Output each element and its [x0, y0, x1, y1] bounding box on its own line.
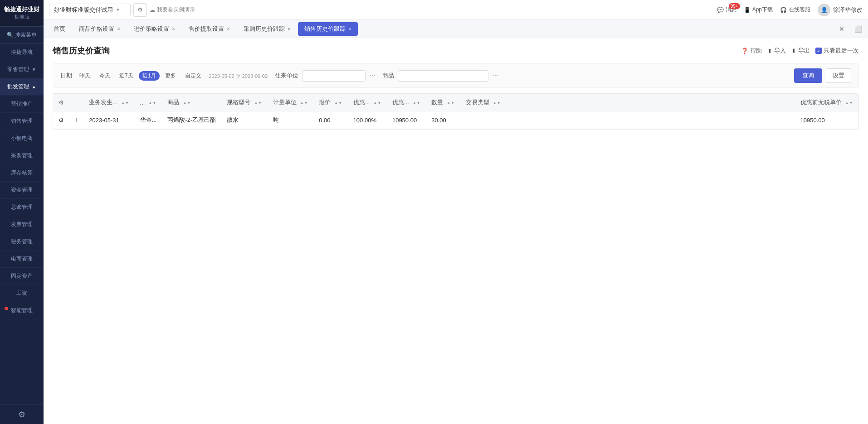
window-close-btn[interactable]: ✕ — [835, 23, 848, 35]
col-tx-type[interactable]: 交易类型 ▲▼ — [460, 94, 506, 111]
col-more[interactable]: ... ▲▼ — [135, 94, 162, 111]
window-controls: ✕ ⬜ — [835, 23, 864, 35]
tab-purchase-strategy-close[interactable]: × — [172, 26, 175, 32]
col-qty[interactable]: 数量 ▲▼ — [426, 94, 460, 111]
col-biz-date[interactable]: 业务发生... ▲▼ — [83, 94, 134, 111]
tab-home[interactable]: 首页 — [47, 22, 72, 36]
tab-product-price-close[interactable]: × — [117, 26, 120, 32]
col-more-label: ... — [140, 99, 145, 106]
headset-icon: 🎧 — [780, 7, 787, 13]
import-btn[interactable]: ⬆ 导入 — [767, 47, 786, 55]
app-settings-button[interactable]: ⚙ — [133, 3, 147, 17]
sidebar-search[interactable]: 🔍 搜索菜单 — [0, 27, 44, 44]
sidebar-item-salary[interactable]: 工资 — [0, 285, 44, 302]
online-service-btn[interactable]: 🎧 在线客服 — [780, 6, 810, 14]
date-custom[interactable]: 自定义 — [181, 71, 205, 81]
tab-purchase-strategy[interactable]: 进价策略设置 × — [127, 22, 181, 36]
tab-product-price[interactable]: 商品价格设置 × — [73, 22, 127, 36]
topbar-left: 好业财标准版交付试用 ▼ ⚙ ☁ 我要看实例演示 — [49, 3, 713, 17]
product-more[interactable]: ··· — [492, 72, 498, 80]
sidebar-item-ecommerce-small[interactable]: 小畅电商 — [0, 130, 44, 147]
filter-settings-btn[interactable]: 设置 — [826, 68, 851, 83]
date-yesterday[interactable]: 昨天 — [76, 71, 94, 81]
date-label: 日期 — [60, 72, 72, 80]
date-today[interactable]: 今天 — [96, 71, 114, 81]
date-more[interactable]: 更多 — [161, 71, 180, 81]
last-only-checkbox[interactable]: ✓ 只看最后一次 — [815, 47, 859, 55]
sidebar-item-inventory[interactable]: 库存核算 — [0, 164, 44, 182]
notification-btn[interactable]: 💬 消息 99+ — [717, 6, 736, 14]
col-discount-amt[interactable]: 优惠... ▲▼ — [387, 94, 426, 111]
date-pills: 昨天 今天 近7天 近1月 更多 自定义 — [76, 71, 205, 81]
row-more: 华查... — [135, 111, 162, 129]
window-maximize-btn[interactable]: ⬜ — [852, 23, 864, 35]
sidebar-logo: 畅捷通好业财 标准版 — [0, 0, 44, 27]
query-btn[interactable]: 查询 — [794, 68, 822, 83]
sidebar: 畅捷通好业财 标准版 🔍 搜索菜单 快捷导航 零售管理 ▼ 批发管理 ▲ 营销推… — [0, 0, 44, 424]
sidebar-item-ecommerce[interactable]: 电商管理 — [0, 251, 44, 268]
app-selector[interactable]: 好业财标准版交付试用 ▼ — [49, 4, 131, 16]
sidebar-item-quick-nav[interactable]: 快捷导航 — [0, 44, 44, 61]
sidebar-item-retail[interactable]: 零售管理 ▼ — [0, 61, 44, 78]
col-pretax-price[interactable]: 优惠前无税单价 ▲▼ — [795, 94, 858, 111]
sidebar-item-marketing[interactable]: 营销推广 — [0, 96, 44, 113]
retail-label: 零售管理 ▼ — [7, 66, 36, 73]
row-product: 丙烯酸-2-乙基己酯 — [162, 111, 221, 129]
col-quote[interactable]: 报价 ▲▼ — [313, 94, 347, 111]
sidebar-item-invoice[interactable]: 发票管理 — [0, 216, 44, 233]
demo-link-label: 我要看实例演示 — [157, 6, 195, 14]
import-icon: ⬆ — [767, 48, 772, 54]
sort-arrows-unit: ▲▼ — [300, 101, 308, 105]
demo-link[interactable]: ☁ 我要看实例演示 — [150, 6, 195, 14]
help-btn[interactable]: ❓ 帮助 — [741, 47, 762, 55]
ecommerce-small-label: 小畅电商 — [11, 135, 33, 142]
col-discount-pct-label: 优惠... — [353, 99, 370, 106]
sidebar-item-sales[interactable]: 销售管理 — [0, 113, 44, 130]
app-download-btn[interactable]: 📱 App下载 — [744, 6, 773, 14]
table-header: ⚙ 业务发生... ▲▼ ... ▲▼ 商品 ▲▼ — [53, 94, 858, 111]
tab-sales-history-close[interactable]: × — [348, 26, 351, 32]
sidebar-settings-btn[interactable]: ⚙ — [0, 405, 44, 424]
tax-label: 税务管理 — [11, 238, 33, 246]
tab-purchase-history-label: 采购历史价跟踪 — [244, 25, 285, 33]
tab-purchase-history[interactable]: 采购历史价跟踪 × — [237, 22, 297, 36]
col-product[interactable]: 商品 ▲▼ — [162, 94, 221, 111]
invoice-label: 发票管理 — [11, 221, 33, 228]
sidebar-item-assets[interactable]: 固定资产 — [0, 268, 44, 285]
user-info[interactable]: 👤 徐泽华修改 — [818, 4, 863, 16]
sort-arrows-quote: ▲▼ — [334, 101, 342, 105]
sidebar-item-finance[interactable]: 资金管理 — [0, 182, 44, 199]
sales-label: 销售管理 — [11, 117, 33, 125]
sort-arrows-biz-date: ▲▼ — [121, 101, 129, 105]
col-spec[interactable]: 规格型号 ▲▼ — [221, 94, 267, 111]
col-unit[interactable]: 计量单位 ▲▼ — [268, 94, 313, 111]
finance-label: 资金管理 — [11, 186, 33, 194]
tab-sales-history[interactable]: 销售历史价跟踪 × — [298, 22, 358, 36]
row-quote: 0.00 — [313, 111, 347, 129]
from-org-label: 往来单位 — [275, 72, 298, 80]
gear-icon: ⚙ — [137, 6, 143, 13]
export-btn[interactable]: ⬇ 导出 — [791, 47, 810, 55]
date-last7[interactable]: 近7天 — [116, 71, 137, 81]
avatar: 👤 — [818, 4, 830, 16]
col-product-label: 商品 — [167, 99, 179, 106]
sidebar-item-account[interactable]: 总账管理 — [0, 199, 44, 216]
tab-sale-extract[interactable]: 售价提取设置 × — [182, 22, 236, 36]
from-org-input[interactable] — [302, 70, 366, 82]
row-gear[interactable]: ⚙ — [53, 111, 69, 129]
col-discount-pct[interactable]: 优惠... ▲▼ — [348, 94, 387, 111]
tab-purchase-history-close[interactable]: × — [288, 26, 291, 32]
date-last1m[interactable]: 近1月 — [139, 71, 160, 81]
col-gear[interactable]: ⚙ — [53, 94, 69, 111]
sidebar-item-tax[interactable]: 税务管理 — [0, 233, 44, 251]
from-org-more[interactable]: ··· — [369, 72, 375, 80]
product-input[interactable] — [398, 70, 488, 82]
sidebar-item-purchase[interactable]: 采购管理 — [0, 147, 44, 164]
tab-sale-extract-close[interactable]: × — [227, 26, 230, 32]
from-org-filter-group: 往来单位 ··· — [275, 70, 375, 82]
sidebar-item-wholesale[interactable]: 批发管理 ▲ — [0, 78, 44, 96]
sidebar-item-smart[interactable]: 智能管理 — [0, 302, 44, 319]
last-only-label: 只看最后一次 — [824, 47, 859, 55]
sort-arrows-qty: ▲▼ — [447, 101, 455, 105]
col-biz-date-label: 业务发生... — [89, 99, 117, 106]
